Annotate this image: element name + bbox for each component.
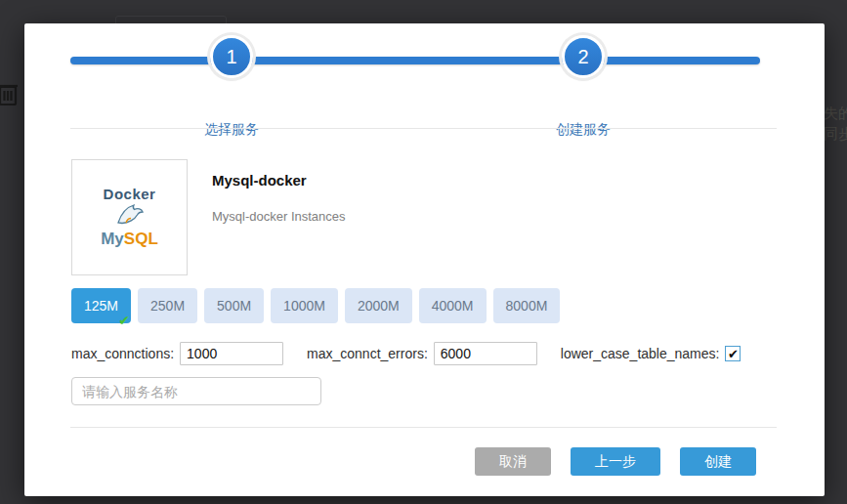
stepper-progress-bar xyxy=(70,57,760,64)
background-clipped-text: 失的 同步 xyxy=(824,103,847,144)
size-option-8000m[interactable]: 8000M xyxy=(493,288,561,323)
size-option-2000m[interactable]: 2000M xyxy=(345,288,412,323)
size-option-500m[interactable]: 500M xyxy=(204,288,264,323)
service-name-input[interactable] xyxy=(71,377,321,405)
trash-icon xyxy=(0,80,19,111)
mysql-wordmark-my: My xyxy=(101,230,124,248)
size-option-125m[interactable]: 125M✔ xyxy=(71,288,131,323)
max-connections-input[interactable] xyxy=(180,342,283,365)
param-group: max_connctions: xyxy=(71,342,283,365)
service-subtitle: Mysql-docker Instances xyxy=(212,209,346,224)
step-1-circle: 1 xyxy=(210,35,253,78)
footer-divider xyxy=(70,427,777,428)
max-connect-errors-label: max_connct_errors: xyxy=(307,346,428,361)
cancel-button[interactable]: 取消 xyxy=(475,447,551,476)
header-divider xyxy=(70,128,777,129)
docker-wordmark: Docker xyxy=(104,186,156,202)
memory-size-group: 125M✔250M500M1000M2000M4000M8000M xyxy=(71,288,560,323)
param-group: max_connct_errors: xyxy=(307,342,537,365)
step-2-circle: 2 xyxy=(562,35,605,78)
dialog-footer: 取消 上一步 创建 xyxy=(475,447,756,476)
lower-case-table-names-label: lower_case_table_names: xyxy=(561,346,720,361)
max-connect-errors-input[interactable] xyxy=(434,342,537,365)
size-option-4000m[interactable]: 4000M xyxy=(419,288,487,323)
param-group: lower_case_table_names:✔ xyxy=(561,346,741,361)
step-1-label: 选择服务 xyxy=(173,121,290,139)
service-title: Mysql-docker xyxy=(212,172,307,189)
selected-check-icon: ✔ xyxy=(118,314,130,327)
size-option-1000m[interactable]: 1000M xyxy=(271,288,338,323)
create-button[interactable]: 创建 xyxy=(680,447,756,476)
mysql-dolphin-icon xyxy=(114,202,146,231)
step-2-label: 创建服务 xyxy=(525,121,642,139)
max-connections-label: max_connctions: xyxy=(71,346,174,361)
parameters-row: max_connctions:max_connct_errors:lower_c… xyxy=(71,342,764,365)
size-option-250m[interactable]: 250M xyxy=(138,288,197,323)
service-logo: Docker MySQL xyxy=(71,159,188,275)
mysql-wordmark: MySQL xyxy=(101,230,158,249)
lower-case-table-names-checkbox[interactable]: ✔ xyxy=(725,346,741,361)
previous-step-button[interactable]: 上一步 xyxy=(571,447,660,476)
create-service-dialog: 1 2 选择服务 创建服务 Docker MySQL Mysql-docker … xyxy=(24,23,825,496)
mysql-wordmark-sql: SQL xyxy=(124,230,158,248)
